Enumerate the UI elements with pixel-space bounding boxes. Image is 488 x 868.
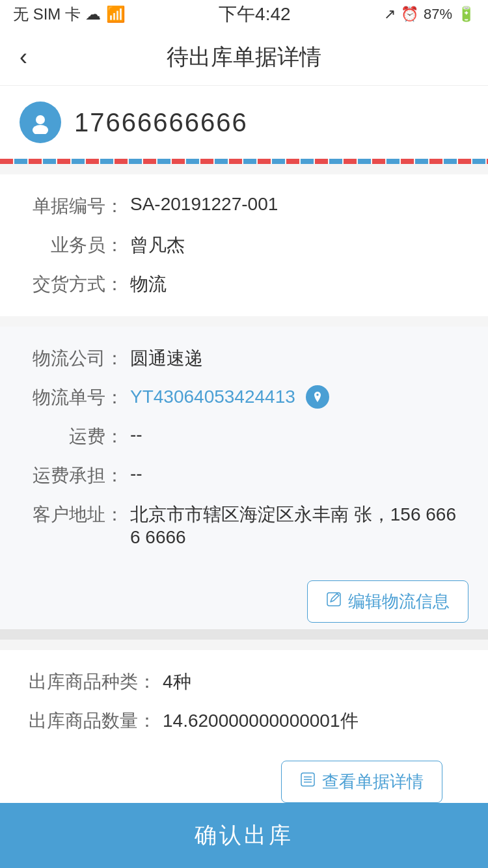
- doc-number-label: 单据编号：: [26, 194, 124, 219]
- view-detail-button[interactable]: 查看单据详情: [281, 761, 442, 803]
- tracking-row: 物流单号： YT43064053424413: [26, 385, 462, 410]
- edit-logistics-label: 编辑物流信息: [348, 590, 450, 613]
- confirm-bar[interactable]: 确认出库: [0, 803, 488, 868]
- avatar: [20, 102, 61, 143]
- sim-status: 无 SIM 卡 ☁: [13, 4, 101, 25]
- customer-phone: 17666666666: [74, 108, 248, 137]
- goods-section: 出库商品种类： 4种 出库商品数量： 14.620000000000001件 查…: [0, 650, 488, 829]
- goods-types-label: 出库商品种类：: [26, 670, 156, 694]
- freight-label: 运费：: [26, 424, 124, 449]
- alarm-icon: ⏰: [401, 6, 418, 23]
- doc-number-row: 单据编号： SA-20191227-001: [26, 194, 462, 219]
- location-status-icon: ↗: [384, 6, 396, 23]
- dashed-divider: [0, 159, 488, 164]
- edit-logistics-container: 编辑物流信息: [0, 567, 488, 629]
- edit-icon: [326, 591, 342, 612]
- agent-row: 业务员： 曾凡杰: [26, 233, 462, 258]
- status-bar: 无 SIM 卡 ☁ 📶 下午4:42 ↗ ⏰ 87% 🔋: [0, 0, 488, 29]
- svg-point-1: [33, 125, 48, 134]
- status-left: 无 SIM 卡 ☁ 📶: [13, 4, 126, 25]
- freight-row: 运费： --: [26, 424, 462, 449]
- view-detail-label: 查看单据详情: [322, 770, 424, 793]
- battery-level: 87%: [424, 6, 452, 23]
- wifi-icon: 📶: [106, 5, 126, 23]
- svg-point-0: [36, 115, 45, 124]
- list-icon: [300, 772, 316, 792]
- tracking-location-icon[interactable]: [306, 385, 329, 409]
- tracking-label: 物流单号：: [26, 385, 124, 410]
- agent-value: 曾凡杰: [130, 233, 462, 258]
- tracking-value: YT43064053424413: [130, 387, 295, 407]
- nav-bar: ‹ 待出库单据详情: [0, 29, 488, 86]
- page-title: 待出库单据详情: [167, 42, 321, 72]
- status-right: ↗ ⏰ 87% 🔋: [384, 6, 475, 23]
- goods-quantity-value: 14.620000000000001件: [163, 709, 462, 733]
- confirm-button-label: 确认出库: [195, 821, 293, 850]
- doc-number-value: SA-20191227-001: [130, 194, 462, 215]
- battery-icon: 🔋: [457, 6, 475, 23]
- back-button[interactable]: ‹: [20, 44, 27, 71]
- delivery-value: 物流: [130, 272, 462, 297]
- address-value: 北京市市辖区海淀区永丰南 张，156 6666 6666: [130, 502, 462, 548]
- edit-logistics-button[interactable]: 编辑物流信息: [307, 580, 468, 623]
- goods-types-row: 出库商品种类： 4种: [26, 670, 462, 694]
- freight-bear-row: 运费承担： --: [26, 463, 462, 488]
- logistics-section: 物流公司： 圆通速递 物流单号： YT43064053424413 运费： --…: [0, 327, 488, 567]
- delivery-label: 交货方式：: [26, 272, 124, 297]
- document-info-section: 单据编号： SA-20191227-001 业务员： 曾凡杰 交货方式： 物流: [0, 174, 488, 316]
- section-divider: [0, 629, 488, 640]
- company-label: 物流公司：: [26, 346, 124, 371]
- company-value: 圆通速递: [130, 346, 462, 371]
- customer-header: 17666666666: [0, 86, 488, 159]
- goods-quantity-label: 出库商品数量：: [26, 709, 156, 733]
- goods-types-value: 4种: [163, 670, 462, 694]
- goods-quantity-row: 出库商品数量： 14.620000000000001件: [26, 709, 462, 733]
- company-row: 物流公司： 圆通速递: [26, 346, 462, 371]
- address-label: 客户地址：: [26, 502, 124, 527]
- status-time: 下午4:42: [219, 2, 291, 27]
- delivery-row: 交货方式： 物流: [26, 272, 462, 297]
- freight-value: --: [130, 424, 462, 445]
- view-detail-container: 查看单据详情: [26, 748, 462, 809]
- freight-bear-label: 运费承担：: [26, 463, 124, 488]
- address-row: 客户地址： 北京市市辖区海淀区永丰南 张，156 6666 6666: [26, 502, 462, 548]
- freight-bear-value: --: [130, 463, 462, 484]
- agent-label: 业务员：: [26, 233, 124, 258]
- tracking-value-row: YT43064053424413: [124, 385, 329, 409]
